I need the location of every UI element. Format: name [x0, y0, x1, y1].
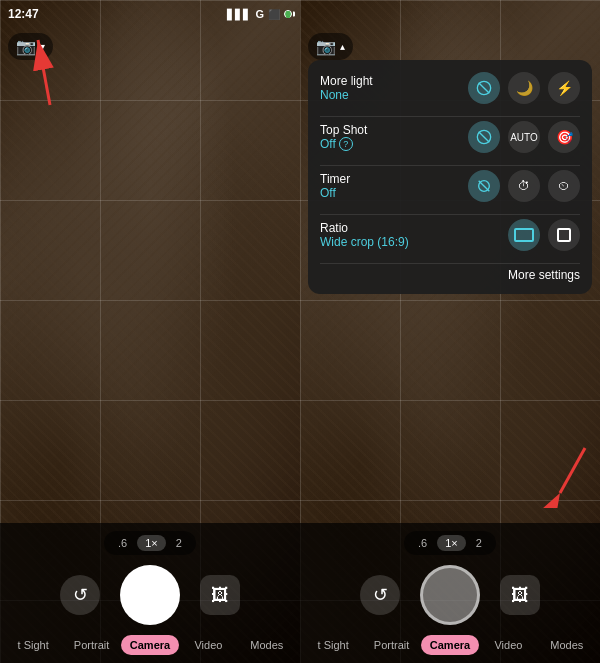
ratio-wide-btn[interactable] [508, 219, 540, 251]
shutter-button-right[interactable] [420, 565, 480, 625]
top-shot-off-btn[interactable] [468, 121, 500, 153]
chevron-down-icon: ▾ [40, 41, 45, 52]
settings-dropdown: More light None 🌙 ⚡ [308, 60, 592, 294]
rotate-button-left[interactable]: ↺ [60, 575, 100, 615]
ratio-value: Wide crop (16:9) [320, 235, 409, 249]
ratio-square-icon [557, 228, 571, 242]
shutter-button-left[interactable] [120, 565, 180, 625]
svg-line-5 [479, 132, 490, 143]
top-shot-auto-btn[interactable]: AUTO [508, 121, 540, 153]
divider-1 [320, 116, 580, 117]
flash-btn[interactable]: ⚡ [548, 72, 580, 104]
more-light-row: More light None 🌙 ⚡ [320, 72, 580, 104]
more-light-name: More light [320, 74, 373, 88]
moon-icon: 🌙 [516, 80, 533, 96]
timer-off-btn[interactable] [468, 170, 500, 202]
help-icon[interactable]: ? [339, 137, 353, 151]
mode-tabs-right: t Sight Portrait Camera Video Modes [300, 635, 600, 655]
svg-rect-8 [515, 229, 533, 241]
ratio-label: Ratio Wide crop (16:9) [320, 221, 409, 249]
zoom-controls-left: .6 1× 2 [104, 531, 196, 555]
timer-row: Timer Off ⏱ ⏲ [320, 170, 580, 202]
status-bar-right: 12:47 [300, 0, 600, 28]
no-icon [476, 80, 492, 96]
timer-name: Timer [320, 172, 350, 186]
gallery-icon-left: 🖼 [211, 585, 229, 606]
divider-3 [320, 214, 580, 215]
battery-icon [284, 10, 292, 18]
status-time: 12:47 [8, 7, 39, 21]
top-bar-left: 📷 ▾ [0, 28, 300, 64]
top-shot-value: Off ? [320, 137, 367, 151]
timer-label: Timer Off [320, 172, 350, 200]
shutter-row-right: ↺ 🖼 [300, 565, 600, 625]
tab-video-left[interactable]: Video [179, 635, 237, 655]
bottom-area-right: .6 1× 2 ↺ 🖼 t Sight Portrait Camera Vide… [300, 523, 600, 663]
tab-camera-right[interactable]: Camera [421, 635, 479, 655]
svg-rect-9 [558, 229, 570, 241]
timer-icons: ⏱ ⏲ [468, 170, 580, 202]
camera-icon: 📷 [16, 37, 36, 56]
top-shot-row: Top Shot Off ? AUTO 🎯 [320, 121, 580, 153]
ratio-row: Ratio Wide crop (16:9) [320, 219, 580, 251]
signal-icon: ▋▋▋ [227, 9, 251, 20]
ratio-icons [508, 219, 580, 251]
zoom-1x-right[interactable]: 1× [437, 535, 466, 551]
zoom-2-left[interactable]: 2 [172, 535, 186, 551]
top-shot-name: Top Shot [320, 123, 367, 137]
tab-camera-left[interactable]: Camera [121, 635, 179, 655]
tab-modes-left[interactable]: Modes [238, 635, 296, 655]
tab-sight-left[interactable]: t Sight [4, 635, 62, 655]
top-shot-icons: AUTO 🎯 [468, 121, 580, 153]
more-settings-button[interactable]: More settings [320, 268, 580, 282]
target-icon: 🎯 [556, 129, 573, 145]
more-light-label: More light None [320, 74, 373, 102]
night-btn[interactable]: 🌙 [508, 72, 540, 104]
top-shot-off-icon [476, 129, 492, 145]
timer-3s-icon: ⏱ [518, 179, 530, 193]
top-bar-right: 📷 ▴ [300, 28, 600, 64]
camera-toggle-button-right[interactable]: 📷 ▴ [308, 33, 353, 60]
zoom-06-right[interactable]: .6 [414, 535, 431, 551]
tab-portrait-right[interactable]: Portrait [362, 635, 420, 655]
tab-portrait-left[interactable]: Portrait [62, 635, 120, 655]
tab-video-right[interactable]: Video [479, 635, 537, 655]
timer-value: Off [320, 186, 350, 200]
bottom-area-left: .6 1× 2 ↺ 🖼 t Sight Portrait Camera Vide… [0, 523, 300, 663]
record-icon: ⬛ [268, 9, 280, 20]
zoom-1x-left[interactable]: 1× [137, 535, 166, 551]
zoom-2-right[interactable]: 2 [472, 535, 486, 551]
shutter-row-left: ↺ 🖼 [0, 565, 300, 625]
gallery-button-right[interactable]: 🖼 [500, 575, 540, 615]
rotate-button-right[interactable]: ↺ [360, 575, 400, 615]
flash-icon: ⚡ [556, 80, 573, 96]
no-light-btn[interactable] [468, 72, 500, 104]
divider-2 [320, 165, 580, 166]
timer-3s-btn[interactable]: ⏱ [508, 170, 540, 202]
status-icons: ▋▋▋ G ⬛ [227, 8, 292, 20]
status-bar: 12:47 ▋▋▋ G ⬛ [0, 0, 300, 28]
camera-toggle-button[interactable]: 📷 ▾ [8, 33, 53, 60]
top-shot-label: Top Shot Off ? [320, 123, 367, 151]
more-settings-label: More settings [508, 268, 580, 282]
timer-off-icon [476, 178, 492, 194]
ratio-wide-icon [514, 228, 534, 242]
tab-modes-right[interactable]: Modes [538, 635, 596, 655]
divider-4 [320, 263, 580, 264]
ratio-name: Ratio [320, 221, 409, 235]
g-icon: G [255, 8, 264, 20]
tab-sight-right[interactable]: t Sight [304, 635, 362, 655]
gallery-button-left[interactable]: 🖼 [200, 575, 240, 615]
ratio-square-btn[interactable] [548, 219, 580, 251]
auto-icon: AUTO [510, 132, 538, 143]
more-light-value: None [320, 88, 373, 102]
top-shot-on-btn[interactable]: 🎯 [548, 121, 580, 153]
battery-fill [286, 11, 290, 18]
left-panel: 12:47 ▋▋▋ G ⬛ 📷 ▾ .6 1× 2 [0, 0, 300, 663]
zoom-controls-right: .6 1× 2 [404, 531, 496, 555]
zoom-06-left[interactable]: .6 [114, 535, 131, 551]
timer-10s-btn[interactable]: ⏲ [548, 170, 580, 202]
gallery-icon-right: 🖼 [511, 585, 529, 606]
more-light-icons: 🌙 ⚡ [468, 72, 580, 104]
chevron-up-icon: ▴ [340, 41, 345, 52]
